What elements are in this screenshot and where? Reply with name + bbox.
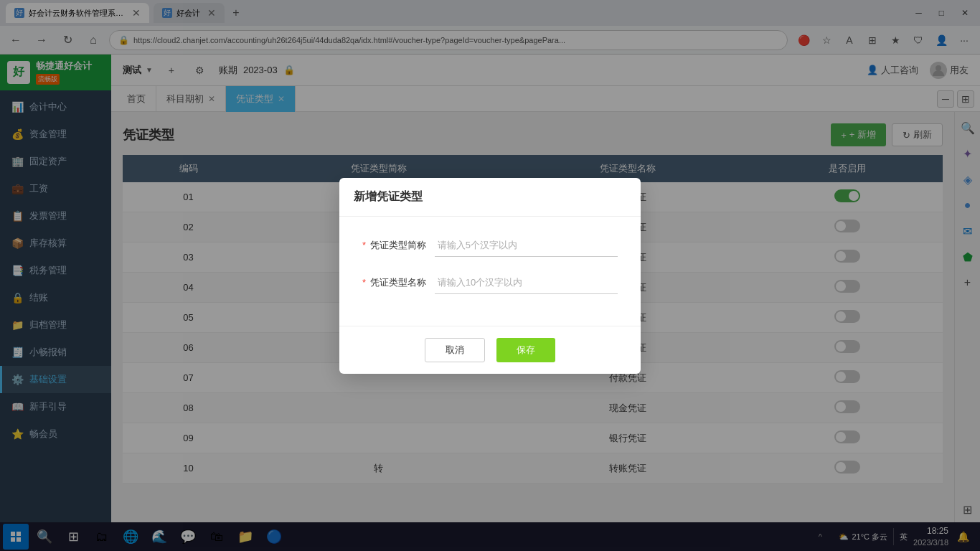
modal-title: 新增凭证类型 xyxy=(354,190,423,202)
modal-footer: 取消 保存 xyxy=(339,326,641,374)
name-label: * 凭证类型名称 xyxy=(362,276,426,289)
name-form-group: * 凭证类型名称 xyxy=(362,271,618,294)
cancel-button[interactable]: 取消 xyxy=(425,338,485,362)
abbr-label: * 凭证类型简称 xyxy=(362,239,426,252)
abbr-input[interactable] xyxy=(435,234,618,257)
abbr-form-group: * 凭证类型简称 xyxy=(362,234,618,257)
modal-overlay: 新增凭证类型 * 凭证类型简称 * 凭证类型名称 取消 xyxy=(0,0,980,551)
modal-header: 新增凭证类型 xyxy=(339,178,641,217)
abbr-required-mark: * xyxy=(362,240,366,250)
name-input[interactable] xyxy=(435,271,618,294)
save-button[interactable]: 保存 xyxy=(496,338,555,362)
name-required-mark: * xyxy=(362,277,366,288)
modal-body: * 凭证类型简称 * 凭证类型名称 xyxy=(339,217,641,326)
new-voucher-modal: 新增凭证类型 * 凭证类型简称 * 凭证类型名称 取消 xyxy=(339,178,641,374)
